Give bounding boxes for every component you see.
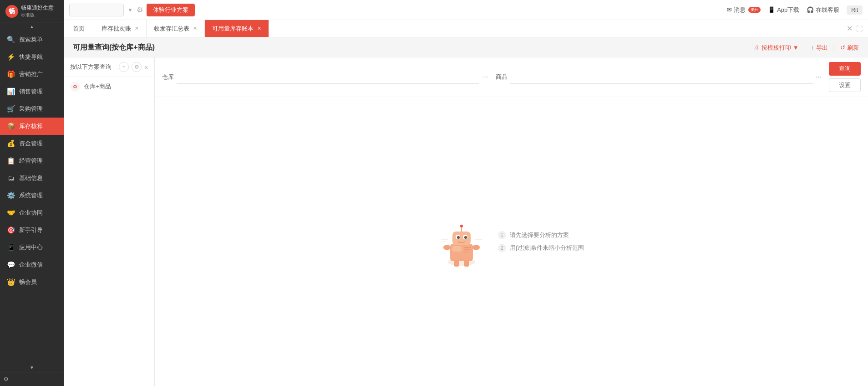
customer-service-label: 在线客服 — [816, 6, 839, 14]
hint-num-2: 2 — [498, 244, 506, 252]
sidebar-item-label: 快捷导航 — [19, 53, 43, 61]
sidebar-item-label: 库存核算 — [19, 122, 43, 130]
svg-rect-16 — [464, 260, 469, 267]
filter-item-icon: ♻ — [70, 82, 80, 92]
sidebar-item-appstore[interactable]: 📱 应用中心 — [0, 239, 64, 256]
tabbar-expand-icon[interactable]: ⛶ — [856, 25, 863, 32]
sidebar-item-enterprise[interactable]: 🤝 企业协同 — [0, 204, 64, 221]
svg-point-12 — [460, 225, 463, 227]
tab-home[interactable]: 首页 — [64, 20, 94, 37]
tab-home-label: 首页 — [73, 25, 85, 33]
topbar: ▼ ⚙ 体验行业方案 ✉ 消息 99+ 📱 App下载 🎧 在线客服 Rit — [64, 0, 868, 20]
refresh-btn[interactable]: ↺ 刷新 — [840, 44, 859, 52]
sidebar-scroll-up[interactable]: ▲ — [0, 22, 64, 31]
filter-header-label: 按以下方案查询 — [70, 63, 112, 71]
tabbar-close-icon[interactable]: ✕ — [847, 24, 853, 33]
search-icon: 🔍 — [6, 36, 15, 44]
sidebar-item-label: 销售管理 — [19, 87, 43, 96]
export-btn[interactable]: ↑ 导出 — [811, 44, 828, 52]
tab-collect-close[interactable]: ✕ — [193, 26, 197, 31]
sidebar-item-operations[interactable]: 📋 经营管理 — [0, 152, 64, 170]
customer-service-btn[interactable]: 🎧 在线客服 — [807, 6, 839, 14]
filter-add-btn[interactable]: + — [119, 62, 129, 72]
filter-item-label: 仓库+商品 — [84, 82, 111, 91]
settings-icon: ⚙ — [4, 376, 9, 382]
wecom-icon: 💬 — [6, 261, 15, 269]
logo-title: 畅康通好生意 — [21, 5, 54, 12]
tab-batch[interactable]: 库存批次账 ✕ — [94, 20, 147, 37]
warehouse-field: 仓库 ··· — [162, 70, 488, 84]
message-icon: ✉ — [727, 6, 732, 13]
print-template-btn[interactable]: 🖨 按模板打印 ▼ — [754, 44, 799, 52]
page-actions: 🖨 按模板打印 ▼ | ↑ 导出 | ↺ 刷新 — [754, 44, 859, 52]
sidebar-item-label: 搜索菜单 — [19, 36, 43, 44]
query-btn[interactable]: 查询 — [829, 62, 861, 76]
empty-illustration — [439, 219, 484, 264]
sales-icon: 📊 — [6, 87, 15, 96]
svg-point-9 — [457, 236, 460, 239]
sidebar-item-finance[interactable]: 💰 资金管理 — [0, 135, 64, 152]
appstore-icon: 📱 — [6, 243, 15, 252]
hint-1-label: 请先选择要分析的方案 — [510, 231, 569, 239]
warehouse-input[interactable] — [177, 70, 479, 84]
filter-item-warehouse-product[interactable]: ♻ 仓库+商品 — [64, 77, 154, 96]
filter-collapse-btn[interactable]: « — [144, 63, 148, 71]
quicknav-icon: ⚡ — [6, 53, 15, 61]
message-label: 消息 — [734, 6, 746, 14]
print-arrow: ▼ — [793, 44, 799, 51]
sidebar-item-wecom[interactable]: 💬 企业微信 — [0, 256, 64, 273]
sidebar-item-newbie[interactable]: 🎯 新手引导 — [0, 221, 64, 239]
sidebar-item-inventory[interactable]: 📦 库存核算 — [0, 118, 64, 135]
sidebar-item-search[interactable]: 🔍 搜索菜单 — [0, 31, 64, 48]
svg-rect-13 — [443, 245, 451, 250]
topbar-dropdown-arrow[interactable]: ▼ — [127, 7, 133, 13]
sidebar-item-label: 采购管理 — [19, 105, 43, 113]
purchase-icon: 🛒 — [6, 105, 15, 113]
app-download-label: App下载 — [777, 6, 799, 14]
tab-collect[interactable]: 收发存汇总表 ✕ — [147, 20, 205, 37]
sidebar-logo: 畅 畅康通好生意 标准版 — [0, 0, 64, 22]
logo-badge: 标准版 — [21, 12, 54, 18]
sidebar-item-member[interactable]: 👑 畅会员 — [0, 273, 64, 291]
logo-icon: 畅 — [5, 5, 18, 18]
page-header: 可用量查询(按仓库+商品) 🖨 按模板打印 ▼ | ↑ 导出 | ↺ 刷新 — [64, 37, 868, 57]
sidebar-item-sales[interactable]: 📊 销售管理 — [0, 83, 64, 100]
refresh-label: 刷新 — [847, 44, 859, 52]
topbar-gear-icon[interactable]: ⚙ — [137, 5, 143, 14]
sidebar-item-system[interactable]: ⚙️ 系统管理 — [0, 187, 64, 204]
sidebar-item-label: 新手引导 — [19, 226, 43, 234]
topbar-right: ✉ 消息 99+ 📱 App下载 🎧 在线客服 Rit — [727, 5, 863, 15]
sidebar-item-marketing[interactable]: 🎁 营销推广 — [0, 66, 64, 83]
sidebar-item-label: 应用中心 — [19, 243, 43, 252]
tab-available-close[interactable]: ✕ — [257, 26, 261, 31]
svg-rect-15 — [454, 260, 459, 267]
product-input[interactable] — [510, 70, 813, 84]
inventory-icon: 📦 — [6, 122, 15, 130]
topbar-search-input[interactable] — [69, 4, 124, 16]
data-panel: 仓库 ··· 商品 ··· 查询 设置 — [155, 57, 868, 386]
svg-rect-2 — [452, 246, 462, 252]
filter-settings-btn[interactable]: ⚙ — [132, 62, 142, 72]
empty-state: 1 请先选择要分析的方案 2 用[过滤]条件来缩小分析范围 — [155, 97, 868, 386]
sidebar-settings[interactable]: ⚙ — [0, 372, 64, 386]
query-settings-btn[interactable]: 设置 — [829, 78, 861, 92]
trial-btn[interactable]: 体验行业方案 — [147, 4, 195, 16]
sidebar-scroll-down[interactable]: ▼ — [0, 363, 64, 372]
finance-icon: 💰 — [6, 139, 15, 148]
sidebar-item-quicknav[interactable]: ⚡ 快捷导航 — [0, 48, 64, 66]
content: 按以下方案查询 + ⚙ « ♻ 仓库+商品 仓库 ··· — [64, 57, 868, 386]
tab-available[interactable]: 可用量库存账本 ✕ — [205, 20, 269, 37]
sidebar-item-purchase[interactable]: 🛒 采购管理 — [0, 100, 64, 118]
product-more-btn[interactable]: ··· — [816, 73, 822, 81]
tab-batch-close[interactable]: ✕ — [135, 26, 139, 31]
sidebar-item-basic[interactable]: 🗂 基础信息 — [0, 170, 64, 187]
hint-num-1: 1 — [498, 231, 506, 239]
empty-hint-2: 2 用[过滤]条件来缩小分析范围 — [498, 244, 584, 252]
filter-header: 按以下方案查询 + ⚙ « — [64, 57, 154, 77]
app-download-btn[interactable]: 📱 App下载 — [768, 6, 799, 14]
user-name[interactable]: Rit — [847, 5, 863, 15]
warehouse-more-btn[interactable]: ··· — [482, 73, 488, 81]
message-btn[interactable]: ✉ 消息 99+ — [727, 6, 761, 14]
export-icon: ↑ — [811, 44, 814, 51]
tabbar: 首页 库存批次账 ✕ 收发存汇总表 ✕ 可用量库存账本 ✕ ✕ ⛶ — [64, 20, 868, 37]
